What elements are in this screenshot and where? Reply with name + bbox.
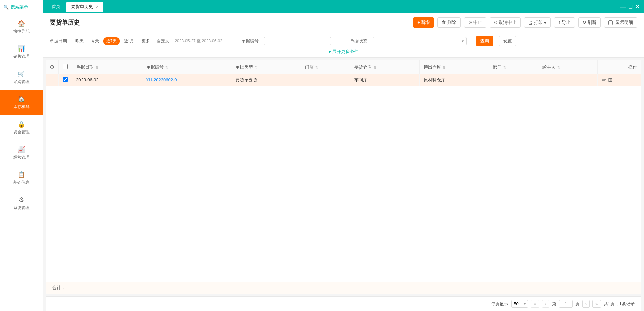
page-label-prefix: 第	[552, 301, 556, 307]
sidebar-item-finance[interactable]: 🔒 资金管理	[0, 115, 43, 140]
th-dept-label: 部门	[493, 64, 502, 70]
expand-label: 展开更多条件	[332, 49, 359, 55]
doc-status-label: 单据状态	[350, 38, 367, 44]
sidebar-item-basic-info[interactable]: 📋 基础信息	[0, 166, 43, 191]
th-handler-sort-icon: ⇅	[557, 65, 560, 69]
th-date[interactable]: 单据日期 ⇅	[72, 60, 142, 74]
suspend-button[interactable]: ⊘ 中止	[464, 17, 486, 28]
topbar: 首页 要货单历史 ✕ — □ ✕	[43, 0, 644, 13]
th-handler[interactable]: 经手人 ⇅	[538, 60, 597, 74]
tab-requisition-history[interactable]: 要货单历史 ✕	[66, 2, 103, 12]
row-number-link[interactable]: YH-20230602-0	[146, 77, 177, 82]
th-store-label: 门店	[305, 64, 314, 70]
sidebar-item-purchase-label: 采购管理	[13, 79, 30, 85]
th-type[interactable]: 单据类型 ⇅	[231, 60, 301, 74]
refresh-button[interactable]: ↺ 刷新	[578, 17, 601, 28]
row-handler-cell	[538, 74, 597, 86]
pagination: 每页显示 20 50 100 200 « ‹ 第 页 › » 共1页，1条记录	[491, 300, 635, 308]
date-btn-today[interactable]: 今天	[88, 37, 102, 45]
window-close-button[interactable]: ✕	[635, 3, 640, 10]
query-button[interactable]: 查询	[476, 36, 493, 46]
summary-label: 合计：	[52, 285, 65, 290]
table-row[interactable]: 2023-06-02 YH-20230602-0 要货单要货 车间库 原材料仓库	[46, 74, 641, 86]
row-pending-warehouse-cell: 原材料仓库	[419, 74, 489, 86]
prev-page-button[interactable]: ‹	[542, 300, 549, 308]
doc-status-dropdown-icon[interactable]: ▾	[462, 39, 464, 44]
row-actions-cell: ✏ ⊞	[597, 74, 641, 86]
sidebar-item-inventory-label: 库存核算	[13, 104, 30, 110]
print-dropdown-icon: ▾	[544, 20, 546, 25]
table-container: ⚙ 单据日期 ⇅ 单据编号 ⇅	[46, 60, 641, 294]
sidebar-item-purchase[interactable]: 🛒 采购管理	[0, 65, 43, 90]
th-type-sort-icon: ⇅	[255, 65, 258, 69]
print-button[interactable]: 🖨 打印 ▾	[524, 17, 551, 28]
page-size-label: 每页显示	[491, 301, 508, 307]
page-label-suffix: 页	[575, 301, 580, 307]
row-checkbox[interactable]	[63, 77, 68, 82]
delete-button[interactable]: 🗑 删除	[437, 17, 461, 28]
sidebar-item-inventory[interactable]: 🏠 库存核算	[0, 90, 43, 115]
total-info: 共1页，1条记录	[604, 301, 635, 307]
sidebar-item-sales[interactable]: 📊 销售管理	[0, 40, 43, 65]
row-seq-cell	[59, 74, 72, 86]
date-btn-custom[interactable]: 自定义	[154, 37, 172, 45]
th-date-label: 单据日期	[76, 64, 94, 70]
last-page-button[interactable]: »	[592, 300, 601, 308]
next-page-button[interactable]: ›	[582, 300, 590, 308]
first-page-button[interactable]: «	[531, 300, 539, 308]
expand-more-filters[interactable]: ▾ 展开更多条件	[50, 49, 637, 55]
date-btn-last-month[interactable]: 近1月	[121, 37, 138, 45]
minimize-button[interactable]: —	[620, 3, 626, 10]
th-actions: 操作	[597, 60, 641, 74]
select-all-checkbox[interactable]	[63, 64, 68, 69]
th-store[interactable]: 门店 ⇅	[301, 60, 350, 74]
sidebar-item-operations[interactable]: 📈 经营管理	[0, 140, 43, 166]
home-icon: 🏠	[18, 20, 25, 27]
table-body: 2023-06-02 YH-20230602-0 要货单要货 车间库 原材料仓库	[46, 74, 641, 86]
tab-close-icon[interactable]: ✕	[96, 5, 99, 9]
th-number-label: 单据编号	[146, 64, 164, 70]
sidebar-search-label: 搜索菜单	[11, 4, 28, 10]
pagination-footer: 每页显示 20 50 100 200 « ‹ 第 页 › » 共1页，1条记录	[46, 296, 641, 311]
display-detail-label: 显示明细	[615, 19, 633, 26]
row-settings-cell	[46, 74, 59, 86]
table-header-row: ⚙ 单据日期 ⇅ 单据编号 ⇅	[46, 60, 641, 74]
th-number[interactable]: 单据编号 ⇅	[142, 60, 231, 74]
page-size-select[interactable]: 20 50 100 200	[511, 300, 528, 308]
maximize-button[interactable]: □	[629, 3, 632, 10]
purchase-icon: 🛒	[18, 70, 25, 78]
th-pending-warehouse-label: 待出仓库	[424, 64, 441, 70]
doc-status-input[interactable]	[373, 37, 467, 45]
sidebar-item-system[interactable]: ⚙ 系统管理	[0, 191, 43, 216]
tab-home[interactable]: 首页	[47, 2, 65, 12]
column-settings-icon[interactable]: ⚙	[50, 64, 54, 70]
date-btn-last7days[interactable]: 近7天	[103, 37, 120, 45]
export-button[interactable]: ↑ 导出	[554, 17, 575, 28]
page-number-input[interactable]	[559, 300, 573, 308]
sidebar-item-quick-nav[interactable]: 🏠 快捷导航	[0, 14, 43, 40]
row-dept-cell	[489, 74, 538, 86]
doc-number-input[interactable]	[264, 37, 331, 45]
add-button[interactable]: + 新增	[413, 17, 434, 28]
system-icon: ⚙	[19, 196, 24, 204]
inventory-icon: 🏠	[18, 95, 25, 103]
doc-number-label: 单据编号	[241, 38, 259, 44]
sidebar-item-finance-label: 资金管理	[13, 129, 30, 135]
table-header: ⚙ 单据日期 ⇅ 单据编号 ⇅	[46, 60, 641, 74]
sidebar-search[interactable]: 🔍 搜索菜单	[0, 0, 43, 14]
expand-icon: ▾	[329, 49, 331, 54]
date-btn-yesterday[interactable]: 昨天	[72, 37, 87, 45]
row-edit-button[interactable]: ✏	[602, 77, 606, 83]
settings-button[interactable]: 设置	[499, 36, 516, 46]
row-view-button[interactable]: ⊞	[608, 77, 612, 83]
th-pending-warehouse[interactable]: 待出仓库 ⇅	[419, 60, 489, 74]
th-req-warehouse[interactable]: 要货仓库 ⇅	[350, 60, 420, 74]
th-dept[interactable]: 部门 ⇅	[489, 60, 538, 74]
display-detail-button[interactable]: 显示明细	[604, 17, 637, 28]
finance-icon: 🔒	[18, 121, 25, 128]
summary-bar: 合计：	[46, 282, 641, 294]
cancel-suspend-button[interactable]: ⊘ 取消中止	[490, 17, 521, 28]
tab-requisition-history-label: 要货单历史	[71, 4, 93, 10]
date-btn-more[interactable]: 更多	[139, 37, 153, 45]
display-detail-checkbox[interactable]	[608, 20, 613, 25]
